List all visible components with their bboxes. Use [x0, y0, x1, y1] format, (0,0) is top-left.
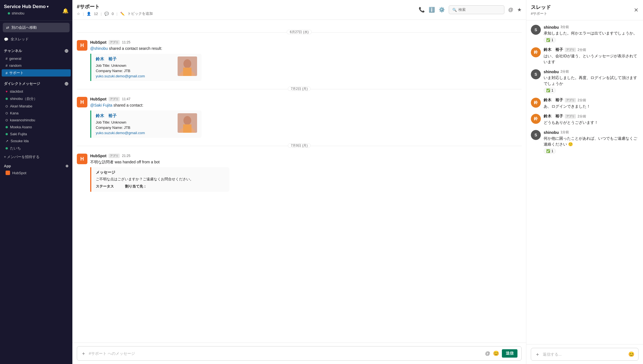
contact-card: 鈴木 裕子 Job Title: Unknown Company Name: J… [90, 110, 202, 138]
msg-sender: HubSpot [90, 154, 106, 158]
thread-msg-content: shinobu 1分前 何か他に困ったことがあれば、いつでもご遠慮なくご連絡くだ… [544, 130, 639, 154]
notification-bell-icon[interactable]: 🔔 [62, 8, 68, 14]
thread-msg-header: 鈴木 裕子 アプリ 2分前 [544, 114, 639, 119]
thread-msg-header: shinobu 1分前 [544, 130, 639, 135]
user-status: shinobu [4, 10, 48, 18]
thread-message: 鈴 鈴木 裕子 アプリ 2分前 あ、ログインできました！ [531, 98, 639, 109]
thread-avatar: 鈴 [531, 47, 541, 57]
dm-name: Saki Fujita [10, 132, 27, 136]
channel-meta: ☆ | 👤 12 | 💬 0 | ✏️ トピックを追加 [77, 11, 153, 16]
offline-status-dot [6, 112, 8, 114]
dm-name: Kana [10, 111, 18, 115]
thread-message: S shinobu 3分前 承知しました。何かエラーは出ていますでしょうか。 ✅… [531, 25, 639, 43]
handoff-message-label: メッセージ [96, 170, 225, 175]
search-box[interactable]: 🔍 検索 [449, 5, 504, 14]
dm-section-header: ダイレクトメッセージ ⊕ [0, 77, 72, 88]
dm-slackbot[interactable]: ♥ slackbot [2, 88, 71, 95]
thread-add-icon[interactable]: ＋ [535, 351, 540, 358]
thread-message: 鈴 鈴木 裕子 アプリ 2分前 はい、会社IDが違う、というメッセージが表示され… [531, 47, 639, 65]
add-attachment-icon[interactable]: ＋ [81, 350, 86, 357]
at-mention-icon[interactable]: @ [485, 351, 490, 356]
app-hubspot[interactable]: HubSpot [2, 169, 71, 176]
contact-name[interactable]: 鈴木 裕子 [96, 56, 173, 62]
thread-message: 鈴 鈴木 裕子 アプリ 2分前 どうもありがとうございます！ [531, 114, 639, 126]
thread-input-box: ＋ 😊 [531, 348, 639, 361]
dm-kana[interactable]: Kana [2, 110, 71, 116]
dm-akari[interactable]: Akari Manabe [2, 103, 71, 109]
bookmark-icon[interactable]: ★ [517, 7, 522, 13]
invite-member-button[interactable]: + メンバーを招待する [0, 152, 72, 162]
online-status-dot [6, 133, 8, 135]
thread-msg-text: あ、ログインできました！ [544, 104, 639, 109]
reaction-badge[interactable]: ✅ 1 [544, 37, 556, 43]
thread-message: S shinobu 2分前 いま対応しました。再度、ログインを試して頂けますでし… [531, 69, 639, 93]
contact-name[interactable]: 鈴木 裕子 [96, 113, 173, 119]
msg-time: 11:47 [122, 97, 130, 101]
add-app-button[interactable]: ⊕ [65, 164, 68, 168]
reaction-badge[interactable]: ✅ 1 [544, 88, 556, 93]
date-divider-jul2: 7月2日 (月) [77, 87, 522, 91]
threads-icon: 💬 [4, 37, 8, 41]
emoji-icon[interactable]: 😊 [493, 350, 499, 356]
info-icon[interactable]: ℹ️ [429, 7, 435, 13]
msg-text: 不明な訪問者 was handed off from a bot [90, 159, 522, 165]
workspace-name[interactable]: Service Hub Demo ▾ [4, 4, 48, 9]
close-thread-button[interactable]: ✕ [634, 7, 639, 13]
thread-msg-time: 2分前 [578, 98, 586, 103]
sidebar-item-general[interactable]: # general [2, 55, 71, 62]
star-icon[interactable]: ☆ [77, 12, 80, 16]
add-dm-button[interactable]: ⊕ [64, 81, 68, 87]
thread-msg-text: はい、会社IDが違う、というメッセージが表示されています [544, 53, 639, 65]
msg-time: 11:25 [122, 40, 130, 44]
thread-message: S shinobu 1分前 何か他に困ったことがあれば、いつでもご遠慮なくご連絡… [531, 130, 639, 154]
reaction-emoji: ✅ [546, 88, 550, 92]
app-badge: アプリ [109, 154, 120, 158]
channel-name: general [9, 56, 21, 61]
at-icon[interactable]: @ [508, 7, 513, 13]
hash-icon: # [6, 56, 8, 61]
dm-moeka[interactable]: Moeka Asano [2, 124, 71, 130]
app-badge: アプリ [565, 98, 576, 102]
send-button[interactable]: 送信 [502, 349, 517, 358]
dm-saki[interactable]: Saki Fujita [2, 131, 71, 137]
message-input[interactable] [89, 351, 482, 356]
date-label: 7月2日 (月) [288, 87, 311, 91]
app-section-header: App ⊕ [0, 162, 72, 169]
thread-msg-header: shinobu 2分前 [544, 69, 639, 74]
workspace-chevron-icon: ▾ [47, 5, 48, 9]
thread-emoji-icon[interactable]: 😊 [628, 351, 634, 357]
handoff-row: ステータス 割り当て先： [96, 184, 225, 189]
search-icon: 🔍 [452, 8, 457, 12]
hubspot-avatar: H [77, 97, 87, 107]
dm-sosuke[interactable]: ↗ Sosuke Ida [2, 138, 71, 144]
hash-icon: # [6, 71, 8, 75]
svg-rect-7 [183, 124, 192, 133]
switch-convo-button[interactable]: ⇄ 別の会話へ移動 [3, 23, 70, 32]
thread-msg-header: 鈴木 裕子 アプリ 2分前 [544, 47, 639, 52]
contact-email[interactable]: yuko.suzuki.demo@gmail.com [96, 131, 173, 135]
msg-text: @Saki Fujita shared a contact: [90, 102, 522, 108]
settings-icon[interactable]: ⚙️ [439, 7, 445, 13]
app-badge: アプリ [565, 114, 576, 119]
app-label: App [4, 164, 11, 168]
svg-point-1 [183, 59, 191, 68]
thread-avatar: 鈴 [531, 114, 541, 124]
phone-icon[interactable]: 📞 [419, 7, 425, 13]
thread-channel: #サポート [531, 11, 551, 16]
thread-msg-text: 何か他に困ったことがあれば、いつでもご遠慮なくご連絡ください 🙂 [544, 136, 639, 147]
thread-avatar: S [531, 69, 541, 79]
workspace-name-text: Service Hub Demo [4, 4, 46, 9]
dm-taichi[interactable]: たいち [2, 145, 71, 152]
dm-shinobu[interactable]: shinobu（自分） [2, 95, 71, 102]
contact-email[interactable]: yuko.suzuki.demo@gmail.com [96, 74, 173, 78]
all-threads-item[interactable]: 💬 全スレッド [0, 35, 72, 44]
add-topic-label[interactable]: トピックを追加 [127, 11, 153, 16]
reaction-badge[interactable]: ✅ 1 [544, 148, 556, 154]
dm-kawanoshinobu[interactable]: kawanoshinobu [2, 117, 71, 123]
thread-reply-input[interactable] [543, 352, 625, 356]
thread-msg-name: shinobu [544, 130, 559, 135]
sidebar-item-random[interactable]: # random [2, 62, 71, 69]
online-status-dot [6, 98, 8, 100]
add-channel-button[interactable]: ⊕ [64, 48, 68, 54]
sidebar-item-support[interactable]: # サポート [2, 69, 71, 77]
